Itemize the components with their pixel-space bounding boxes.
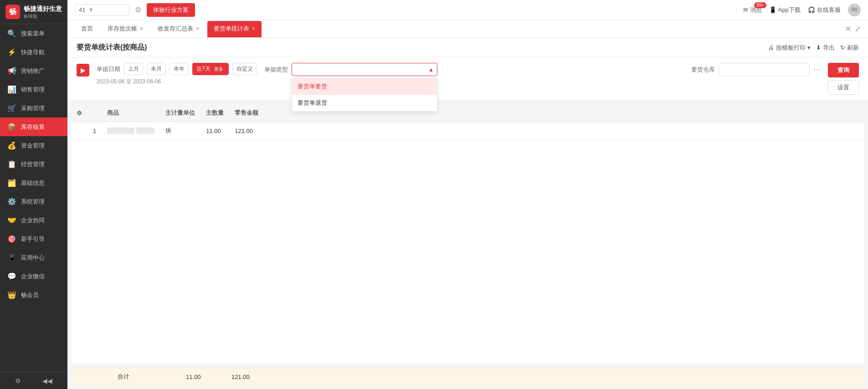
sidebar-item-purchase[interactable]: 🛒 采购管理 <box>0 99 67 118</box>
print-icon: 🖨 <box>768 44 774 51</box>
date-btn-this-month[interactable]: 本月 <box>147 63 166 75</box>
type-option-order[interactable]: 要货单要货 <box>292 78 437 95</box>
sidebar-item-marketing[interactable]: 📢 营销推广 <box>0 61 67 80</box>
table-row: 1 块 11.00 121.00 <box>71 122 864 140</box>
type-dropdown-input[interactable] <box>292 63 437 76</box>
chart-icon: 📊 <box>7 85 16 94</box>
col-index <box>87 104 102 122</box>
cell-quantity: 11.00 <box>200 122 229 140</box>
sidebar-item-wechat[interactable]: 💬 企业微信 <box>0 267 67 286</box>
date-filter-section: 单据日期 上月 本月 本年 近7天 更多 自定义 2023-05-06 至 20… <box>97 63 257 86</box>
sidebar: 畅 畅捷通好生意 标准版 🔍 搜索菜单 ⚡ 快捷导航 📢 营销推广 📊 销售管理… <box>0 0 67 389</box>
filter-actions: 查询 设置 <box>828 63 859 95</box>
tab-expand-btn[interactable]: ✕ ⤢ <box>845 25 861 33</box>
type-dropdown-menu: 要货单要货 要货单退货 <box>292 78 437 112</box>
sidebar-item-finance[interactable]: 💰 资金管理 <box>0 136 67 155</box>
expand-icon[interactable]: ⤢ <box>855 25 861 33</box>
cell-amount: 121.00 <box>229 122 264 140</box>
filter-bar: ▶ 单据日期 上月 本月 本年 近7天 更多 自定义 2023-05-06 至 … <box>67 57 868 101</box>
chevron-down-icon: ▾ <box>807 44 811 51</box>
trial-btn[interactable]: 体验行业方案 <box>147 3 195 17</box>
export-icon: ⬇ <box>816 44 821 51</box>
sidebar-item-basic[interactable]: 🗂️ 基础信息 <box>0 174 67 192</box>
settings-icon[interactable]: ⚙ <box>135 5 141 14</box>
sidebar-item-quicknav[interactable]: ⚡ 快捷导航 <box>0 43 67 61</box>
sidebar-nav: 🔍 搜索菜单 ⚡ 快捷导航 📢 营销推广 📊 销售管理 🛒 采购管理 📦 库存核… <box>0 24 67 372</box>
date-btn-last-month[interactable]: 上月 <box>124 63 143 75</box>
table-header-row: ⚙ 商品 主计量单位 主数量 零售金额 <box>71 104 864 122</box>
tab-receive-summary[interactable]: 收发存汇总表 × <box>151 21 205 37</box>
search-icon: 🔍 <box>7 29 16 38</box>
folder-icon: 🗂️ <box>7 179 16 187</box>
warehouse-input[interactable] <box>719 63 810 76</box>
footer-amount: 121.00 <box>231 374 277 380</box>
close-all-icon[interactable]: ✕ <box>845 25 851 33</box>
sidebar-item-search[interactable]: 🔍 搜索菜单 <box>0 24 67 43</box>
topbar-right: ✉ 消息 99+ 📱 App下载 🎧 在线客服 Rit <box>743 4 861 16</box>
type-option-return[interactable]: 要货单退货 <box>292 95 437 111</box>
tab-inventory-batch[interactable]: 库存批次账 × <box>101 21 149 37</box>
cell-product <box>102 122 160 140</box>
settings-bottom-icon[interactable]: ⚙ <box>15 377 21 384</box>
online-service-btn[interactable]: 🎧 在线客服 <box>808 6 841 14</box>
crown-icon: 👑 <box>7 291 16 299</box>
sidebar-item-system[interactable]: ⚙️ 系统管理 <box>0 192 67 211</box>
export-btn[interactable]: ⬇ 导出 <box>816 44 835 52</box>
sidebar-logo: 畅 畅捷通好生意 标准版 <box>0 0 67 24</box>
refresh-btn[interactable]: ↻ 刷新 <box>840 44 859 52</box>
phone-icon: 📱 <box>769 6 776 13</box>
warehouse-filter-section: 要货仓库 ⋯ <box>691 63 821 76</box>
warehouse-label: 要货仓库 <box>691 66 715 74</box>
date-btn-custom[interactable]: 自定义 <box>232 63 257 75</box>
money-icon: 💰 <box>7 141 16 150</box>
date-filter-row: 单据日期 上月 本月 本年 近7天 更多 自定义 <box>97 63 257 75</box>
sidebar-item-members[interactable]: 👑 畅会员 <box>0 286 67 304</box>
tab-close-requisition-stats[interactable]: × <box>252 26 255 32</box>
target-icon: 🎯 <box>7 235 16 243</box>
tab-home[interactable]: 首页 <box>75 21 99 37</box>
sidebar-item-appstore[interactable]: 📱 应用中心 <box>0 248 67 267</box>
headset-icon: 🎧 <box>808 6 815 13</box>
app-icon: 📱 <box>7 253 16 262</box>
sidebar-item-inventory[interactable]: 📦 库存核算 <box>0 118 67 136</box>
tab-close-inventory-batch[interactable]: × <box>140 26 143 32</box>
clipboard-icon: 📋 <box>7 160 16 169</box>
sidebar-item-operations[interactable]: 📋 经营管理 <box>0 155 67 174</box>
setting-btn[interactable]: 设置 <box>828 80 859 95</box>
logo-icon: 畅 <box>5 5 20 19</box>
footer-quantity: 11.00 <box>186 374 231 380</box>
cell-settings <box>71 122 87 140</box>
table-settings-icon[interactable]: ⚙ <box>77 110 82 117</box>
type-filter-section: 单据类型 ▲ 要货单要货 要货单退货 <box>264 63 684 76</box>
type-label: 单据类型 <box>264 66 288 74</box>
avatar-img: Rit <box>848 4 861 16</box>
tab-close-receive-summary[interactable]: × <box>196 26 199 32</box>
tab-requisition-stats[interactable]: 要货单统计表 × <box>207 21 262 37</box>
date-btn-this-year[interactable]: 本年 <box>169 63 189 75</box>
footer-label: 合计 <box>77 373 186 381</box>
sidebar-item-enterprise[interactable]: 🤝 企业协同 <box>0 211 67 230</box>
col-product: 商品 <box>102 104 160 122</box>
app-download-btn[interactable]: 📱 App下载 <box>769 6 801 14</box>
megaphone-icon: 📢 <box>7 67 16 75</box>
filter-toggle[interactable]: ▶ <box>77 64 89 77</box>
bell-icon: ✉ <box>743 6 748 13</box>
col-amount: 零售金额 <box>229 104 264 122</box>
page-title: 要货单统计表(按商品) <box>77 43 147 52</box>
tabbar: 首页 库存批次账 × 收发存汇总表 × 要货单统计表 × ✕ ⤢ <box>67 20 868 38</box>
query-btn[interactable]: 查询 <box>828 63 859 77</box>
store-selector[interactable]: 41 ▼ <box>75 4 129 15</box>
date-btn-recent[interactable]: 近7天 更多 <box>192 63 229 75</box>
col-settings: ⚙ <box>71 104 87 122</box>
cell-unit: 块 <box>160 122 200 140</box>
type-dropdown-arrow[interactable]: ▲ <box>428 67 434 73</box>
more-options-btn[interactable]: ⋯ <box>813 65 821 74</box>
collapse-icon[interactable]: ◀◀ <box>42 377 52 384</box>
page-header: 要货单统计表(按商品) 🖨 按模板打印 ▾ ⬇ 导出 ↻ 刷新 <box>67 38 868 57</box>
sidebar-item-sales[interactable]: 📊 销售管理 <box>0 80 67 99</box>
messages-btn[interactable]: ✉ 消息 99+ <box>743 6 762 14</box>
col-unit: 主计量单位 <box>160 104 200 122</box>
print-btn[interactable]: 🖨 按模板打印 ▾ <box>768 44 811 52</box>
sidebar-item-guide[interactable]: 🎯 新手引导 <box>0 230 67 248</box>
user-avatar[interactable]: Rit <box>848 4 861 16</box>
